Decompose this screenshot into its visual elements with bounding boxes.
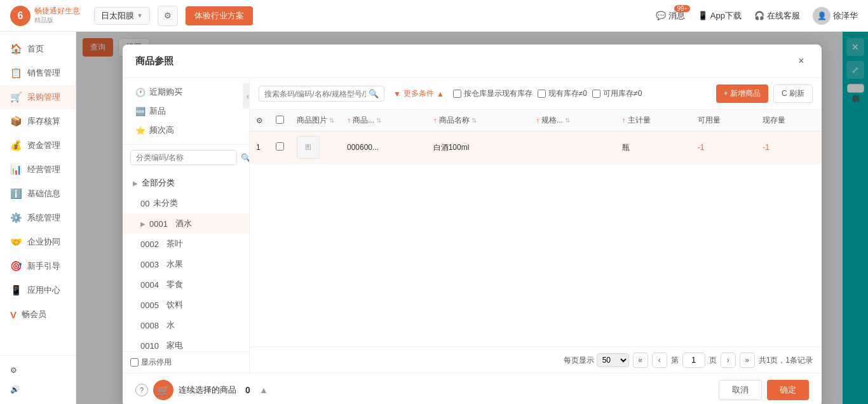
img-sort-icon: ⇅ bbox=[329, 117, 334, 124]
sidebar: 🏠 首页 📋 销售管理 🛒 采购管理 📦 库存核算 💰 资金管理 📊 经营管理 … bbox=[0, 32, 76, 404]
first-page-button[interactable]: « bbox=[633, 353, 648, 368]
category-item-0005[interactable]: 0005 饮料 bbox=[123, 295, 249, 315]
mobile-icon: 📱 bbox=[698, 11, 708, 20]
code-sort-icon: ⇅ bbox=[376, 117, 381, 124]
sidebar-item-home[interactable]: 🏠 首页 bbox=[0, 37, 76, 61]
shortcut-new[interactable]: 🆕 新品 bbox=[130, 102, 241, 120]
collapse-button[interactable]: ‹‹ bbox=[243, 83, 250, 109]
category-item-0002[interactable]: 0002 茶叶 bbox=[123, 234, 249, 254]
category-search-icon[interactable]: 🔍 bbox=[241, 153, 250, 163]
th-check bbox=[269, 110, 290, 131]
online-service-nav-item[interactable]: 🎧 在线客服 bbox=[754, 10, 800, 22]
sidebar-item-members[interactable]: V 畅会员 bbox=[0, 302, 76, 327]
refresh-button[interactable]: C 刷新 bbox=[773, 84, 813, 103]
volume-icon: 🔊 bbox=[10, 385, 20, 394]
confirm-button[interactable]: 确定 bbox=[767, 380, 809, 400]
app-download-nav-item[interactable]: 📱 App下载 bbox=[698, 10, 742, 22]
cell-available: -1 bbox=[691, 131, 757, 164]
message-icon: 💬 bbox=[656, 11, 666, 20]
pagination-total: 共1页，1条记录 bbox=[759, 355, 813, 366]
shortcut-frequent[interactable]: ⭐ 频次高 bbox=[130, 121, 241, 139]
sidebar-item-apps[interactable]: 📱 应用中心 bbox=[0, 278, 76, 302]
category-item-0004[interactable]: 0004 零食 bbox=[123, 274, 249, 295]
sidebar-item-purchase[interactable]: 🛒 采购管理 bbox=[0, 85, 76, 109]
sidebar-volume-item[interactable]: 🔊 bbox=[0, 380, 76, 399]
product-reference-modal: 商品参照 × 🕐 近期购买 🆕 bbox=[123, 44, 822, 404]
category-item-00[interactable]: 00 未分类 bbox=[123, 193, 249, 213]
category-search-input[interactable] bbox=[130, 150, 237, 165]
last-page-button[interactable]: » bbox=[740, 353, 755, 368]
toolbar-right: + 新增商品 C 刷新 bbox=[716, 84, 813, 103]
th-unit: ↑ 主计量 bbox=[616, 110, 691, 131]
cell-unit: 瓶 bbox=[616, 131, 691, 164]
current-stock-filter[interactable]: 现有库存≠0 bbox=[538, 88, 587, 99]
help-icon-button[interactable]: ? bbox=[135, 384, 148, 396]
add-product-button[interactable]: + 新增商品 bbox=[716, 84, 768, 103]
row-checkbox[interactable] bbox=[276, 142, 284, 151]
category-item-0008[interactable]: 0008 水 bbox=[123, 315, 249, 335]
th-gear: ⚙ bbox=[250, 110, 269, 131]
sidebar-item-system[interactable]: ⚙️ 系统管理 bbox=[0, 206, 76, 230]
cell-code: 000600... bbox=[341, 131, 427, 164]
warehouse-stock-filter[interactable]: 按仓库显示现有库存 bbox=[453, 88, 532, 99]
nav-selector[interactable]: 日太阳膜 ▼ bbox=[94, 7, 150, 25]
logo-icon: 6 bbox=[10, 6, 31, 26]
show-disabled-checkbox[interactable] bbox=[130, 358, 139, 367]
current-stock-checkbox[interactable] bbox=[538, 90, 546, 98]
collapse-icon[interactable]: ▲ bbox=[259, 385, 268, 395]
sidebar-item-basic-info[interactable]: ℹ️ 基础信息 bbox=[0, 182, 76, 206]
sidebar-settings-item[interactable]: ⚙ bbox=[0, 361, 76, 380]
message-badge: 99+ bbox=[674, 5, 689, 12]
category-panel: 🕐 近期购买 🆕 新品 ⭐ 频次高 bbox=[123, 78, 250, 373]
avatar: 👤 bbox=[813, 7, 831, 25]
th-name: ↑ 商品名称 ⇅ bbox=[427, 110, 529, 131]
show-disabled-area: 显示停用 bbox=[123, 351, 249, 373]
sidebar-item-sales[interactable]: 📋 销售管理 bbox=[0, 61, 76, 85]
category-item-0003[interactable]: 0003 水果 bbox=[123, 254, 249, 274]
modal-close-button[interactable]: × bbox=[794, 53, 809, 69]
filter-button[interactable]: ▼ 更多条件 ▲ bbox=[390, 86, 448, 102]
category-list: ▶ 全部分类 00 未分类 ▶ 0001 酒水 bbox=[123, 170, 249, 351]
trial-button[interactable]: 体验行业方案 bbox=[186, 6, 253, 25]
star-icon: ⭐ bbox=[135, 126, 146, 135]
sidebar-item-guide[interactable]: 🎯 新手引导 bbox=[0, 254, 76, 278]
search-icon[interactable]: 🔍 bbox=[369, 89, 379, 98]
product-table-wrap: ⚙ 商品图片 ⇅ bbox=[250, 110, 822, 347]
logo-area: 6 畅捷通好生意 精品版 bbox=[10, 6, 86, 26]
category-item-0001[interactable]: ▶ 0001 酒水 bbox=[123, 213, 249, 234]
cell-check bbox=[269, 131, 290, 164]
available-stock-filter[interactable]: 可用库存≠0 bbox=[592, 88, 642, 99]
column-settings-icon[interactable]: ⚙ bbox=[256, 116, 263, 125]
user-nav-item[interactable]: 👤 徐泽华 bbox=[813, 7, 858, 25]
warehouse-stock-checkbox[interactable] bbox=[453, 90, 461, 98]
cell-spec bbox=[529, 131, 616, 164]
cancel-button[interactable]: 取消 bbox=[719, 380, 762, 400]
show-disabled-label[interactable]: 显示停用 bbox=[130, 357, 241, 368]
table-row[interactable]: 1 图 000600... 白酒100ml bbox=[250, 131, 822, 164]
product-search-input[interactable] bbox=[264, 90, 366, 98]
message-nav-item[interactable]: 💬 消息 99+ bbox=[656, 10, 685, 22]
expand-icon: ▶ bbox=[133, 180, 138, 187]
next-page-button[interactable]: › bbox=[721, 353, 736, 368]
headset-icon: 🎧 bbox=[754, 11, 764, 20]
category-item-0010[interactable]: 0010 家电 bbox=[123, 335, 249, 351]
sidebar-item-enterprise[interactable]: 🤝 企业协同 bbox=[0, 230, 76, 254]
sidebar-item-finance[interactable]: 💰 资金管理 bbox=[0, 133, 76, 158]
prev-page-button[interactable]: ‹ bbox=[652, 353, 667, 368]
page-number-input[interactable] bbox=[682, 353, 705, 368]
search-bar: 🔍 bbox=[259, 86, 384, 102]
continuous-label: 连续选择的商品 bbox=[179, 384, 236, 396]
nav-right: 💬 消息 99+ 📱 App下载 🎧 在线客服 👤 徐泽华 bbox=[656, 7, 858, 25]
modal-body: 🕐 近期购买 🆕 新品 ⭐ 频次高 bbox=[123, 78, 822, 373]
gear-button[interactable]: ⚙ bbox=[158, 6, 178, 26]
clock-icon: 🕐 bbox=[135, 88, 146, 97]
sidebar-item-operations[interactable]: 📊 经营管理 bbox=[0, 158, 76, 182]
available-stock-checkbox[interactable] bbox=[592, 90, 600, 98]
sidebar-item-inventory[interactable]: 📦 库存核算 bbox=[0, 109, 76, 133]
page-size-dropdown[interactable]: 50 10 20 100 bbox=[597, 353, 629, 367]
select-all-checkbox[interactable] bbox=[276, 116, 284, 124]
category-all[interactable]: ▶ 全部分类 bbox=[123, 173, 249, 193]
main-layout: 🏠 首页 📋 销售管理 🛒 采购管理 📦 库存核算 💰 资金管理 📊 经营管理 … bbox=[0, 32, 868, 404]
active-expand-icon: ▶ bbox=[140, 220, 146, 227]
shortcut-recent[interactable]: 🕐 近期购买 bbox=[130, 83, 241, 101]
